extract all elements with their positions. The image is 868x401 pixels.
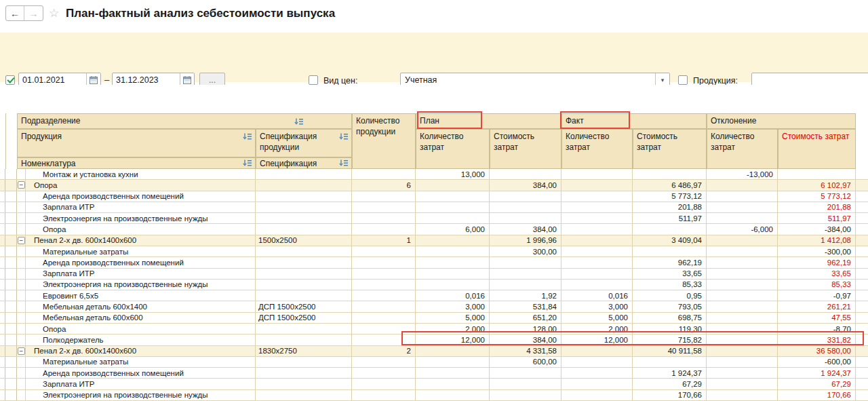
plan-qty-cell[interactable]: [416, 346, 490, 356]
spec-cell[interactable]: [256, 357, 352, 367]
spec-cell[interactable]: [256, 280, 352, 290]
spec-cell[interactable]: [256, 379, 352, 389]
qty-produkcii-cell[interactable]: [352, 280, 416, 290]
qty-produkcii-cell[interactable]: [352, 313, 416, 323]
name-cell[interactable]: − Мебельная деталь 600х600: [17, 313, 256, 323]
dev-cost-cell[interactable]: 261,21: [778, 301, 856, 311]
spec-cell[interactable]: [256, 390, 352, 400]
dev-cost-cell[interactable]: 511,97: [778, 213, 856, 223]
dev-cost-cell[interactable]: 201,88: [778, 202, 856, 212]
plan-qty-cell[interactable]: [416, 269, 490, 279]
back-button[interactable]: ←: [6, 6, 24, 20]
dev-cost-cell[interactable]: 67,29: [778, 379, 856, 389]
dev-cost-cell[interactable]: 33,65: [778, 269, 856, 279]
qty-produkcii-cell[interactable]: [352, 290, 416, 301]
table-row[interactable]: − Опора 6,000 384,00 -6,000 -384,00: [0, 224, 868, 235]
qty-produkcii-cell[interactable]: 2: [352, 346, 416, 356]
dev-cost-cell[interactable]: -600,00: [778, 357, 856, 367]
fakt-cost-cell[interactable]: [633, 246, 707, 256]
dev-qty-cell[interactable]: [707, 202, 778, 212]
plan-cost-cell[interactable]: [490, 191, 561, 202]
header-qty-produkcii[interactable]: Количество продукции: [352, 113, 416, 169]
qty-produkcii-cell[interactable]: [352, 368, 416, 378]
name-cell[interactable]: − Электроэнергия на производственные нуж…: [17, 280, 256, 290]
name-cell[interactable]: − Монтаж и установка кухни: [17, 169, 256, 179]
table-row[interactable]: − Зарплата ИТР 201,88 201,88: [0, 202, 868, 213]
qty-produkcii-cell[interactable]: [352, 301, 416, 311]
fakt-qty-cell[interactable]: [561, 213, 633, 223]
name-cell[interactable]: − Евровинт 6,5х5: [17, 290, 256, 301]
plan-qty-cell[interactable]: 5,000: [416, 313, 490, 323]
plan-cost-cell[interactable]: 4 331,58: [490, 346, 561, 356]
header-podrazdelenie[interactable]: Подразделение: [17, 113, 352, 129]
fakt-cost-cell[interactable]: 698,75: [633, 313, 707, 323]
qty-produkcii-cell[interactable]: [352, 246, 416, 256]
dev-cost-cell[interactable]: -8,70: [778, 324, 856, 334]
dev-qty-cell[interactable]: [707, 357, 778, 367]
plan-qty-cell[interactable]: 0,016: [416, 290, 490, 301]
dev-qty-cell[interactable]: [707, 180, 778, 190]
dev-qty-cell[interactable]: [707, 213, 778, 223]
header-plan[interactable]: План: [416, 113, 561, 129]
plan-qty-cell[interactable]: 2,000: [416, 324, 490, 334]
table-row[interactable]: − Электроэнергия на производственные нуж…: [0, 213, 868, 224]
name-cell[interactable]: − Полкодержатель: [17, 335, 256, 345]
fakt-qty-cell[interactable]: [561, 346, 633, 356]
fakt-qty-cell[interactable]: [561, 191, 633, 202]
dev-qty-cell[interactable]: [707, 390, 778, 400]
table-row[interactable]: − Мебельная деталь 600х1400 ДСП 1500х250…: [0, 301, 868, 312]
dev-cost-cell[interactable]: 331,82: [778, 335, 856, 345]
fakt-qty-cell[interactable]: [561, 280, 633, 290]
fakt-qty-cell[interactable]: 2,000: [561, 324, 633, 334]
dev-cost-cell[interactable]: 1 412,08: [778, 235, 856, 246]
fakt-qty-cell[interactable]: [561, 180, 633, 190]
plan-qty-cell[interactable]: [416, 213, 490, 223]
fakt-cost-cell[interactable]: [633, 169, 707, 179]
dev-qty-cell[interactable]: [707, 246, 778, 256]
fakt-cost-cell[interactable]: 511,97: [633, 213, 707, 223]
fakt-cost-cell[interactable]: 201,88: [633, 202, 707, 212]
plan-cost-cell[interactable]: 300,00: [490, 246, 561, 256]
qty-produkcii-cell[interactable]: 1: [352, 235, 416, 246]
dev-qty-cell[interactable]: [707, 313, 778, 323]
dev-cost-cell[interactable]: 36 580,00: [778, 346, 856, 356]
fakt-qty-cell[interactable]: [561, 379, 633, 389]
fakt-qty-cell[interactable]: [561, 368, 633, 378]
spec-cell[interactable]: ДСП 1500х2500: [256, 313, 352, 323]
spec-cell[interactable]: [256, 191, 352, 202]
fakt-qty-cell[interactable]: [561, 246, 633, 256]
dev-qty-cell[interactable]: [707, 235, 778, 246]
spec-cell[interactable]: [256, 290, 352, 301]
table-row[interactable]: − Электроэнергия на производственные нуж…: [0, 280, 868, 290]
fakt-cost-cell[interactable]: 3 409,04: [633, 235, 707, 246]
qty-produkcii-cell[interactable]: [352, 257, 416, 267]
fakt-qty-cell[interactable]: [561, 224, 633, 234]
table-row[interactable]: − Зарплата ИТР 33,65 33,65: [0, 269, 868, 280]
fakt-cost-cell[interactable]: 6 486,97: [633, 180, 707, 190]
plan-cost-cell[interactable]: 531,84: [490, 301, 561, 311]
fakt-qty-cell[interactable]: 12,000: [561, 335, 633, 345]
plan-qty-cell[interactable]: [416, 368, 490, 378]
name-cell[interactable]: − Материальные затраты: [17, 357, 256, 367]
name-cell[interactable]: − Опора: [17, 324, 256, 334]
table-row[interactable]: − Зарплата ИТР 67,29 67,29: [0, 379, 868, 389]
table-row[interactable]: − Аренда производственных помещений 962,…: [0, 257, 868, 268]
plan-cost-cell[interactable]: 651,20: [490, 313, 561, 323]
header-plan-cost[interactable]: Стоимость затрат: [490, 129, 561, 169]
spec-cell[interactable]: ДСП 1500х2500: [256, 301, 352, 311]
name-cell[interactable]: − Зарплата ИТР: [17, 202, 256, 212]
name-cell[interactable]: − Пенал 2-х дв. 600х1400х600: [17, 346, 256, 356]
header-produkcia[interactable]: Продукция: [17, 129, 256, 157]
fakt-qty-cell[interactable]: [561, 202, 633, 212]
header-fakt-qty[interactable]: Количество затрат: [561, 129, 633, 169]
name-cell[interactable]: − Опора: [17, 224, 256, 234]
plan-qty-cell[interactable]: 12,000: [416, 335, 490, 345]
dev-qty-cell[interactable]: [707, 346, 778, 356]
header-specifikacia[interactable]: Спецификация: [256, 157, 352, 169]
dev-cost-cell[interactable]: 1 924,37: [778, 368, 856, 378]
fakt-qty-cell[interactable]: 5,000: [561, 313, 633, 323]
favorite-star-icon[interactable]: ☆: [49, 6, 59, 20]
plan-qty-cell[interactable]: [416, 280, 490, 290]
dev-cost-cell[interactable]: 85,33: [778, 280, 856, 290]
table-row[interactable]: − Полкодержатель 12,000 384,00 12,000 71…: [0, 335, 868, 345]
